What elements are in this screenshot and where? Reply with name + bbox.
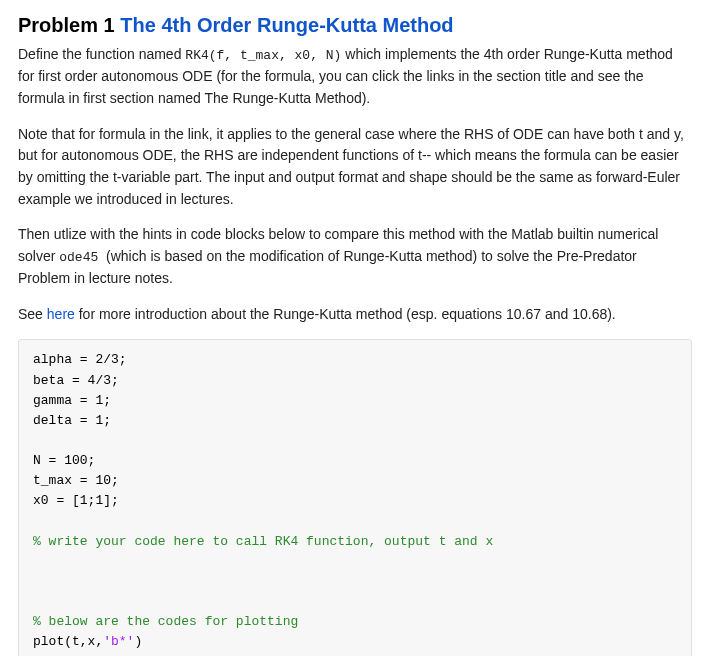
code-line: t_max = 10; — [33, 473, 119, 488]
paragraph-3: Then utlize with the hints in code block… — [18, 224, 692, 290]
para4-text-b: for more introduction about the Runge-Ku… — [75, 306, 616, 322]
code-line: alpha = 2/3; — [33, 352, 127, 367]
heading-prefix: Problem 1 — [18, 14, 120, 36]
code-line: x0 = [1;1]; — [33, 493, 119, 508]
code-block: alpha = 2/3; beta = 4/3; gamma = 1; delt… — [18, 339, 692, 656]
code-line: delta = 1; — [33, 413, 111, 428]
heading-link[interactable]: The 4th Order Runge-Kutta Method — [120, 14, 453, 36]
para1-code: RK4(f, t_max, x0, N) — [185, 48, 341, 63]
para3-code: ode45 — [59, 250, 106, 265]
paragraph-4: See here for more introduction about the… — [18, 304, 692, 326]
here-link[interactable]: here — [47, 306, 75, 322]
code-line: N = 100; — [33, 453, 95, 468]
code-comment: % write your code here to call RK4 funct… — [33, 534, 493, 549]
paragraph-2: Note that for formula in the link, it ap… — [18, 124, 692, 211]
para3-text-b: (which is based on the modification of R… — [18, 248, 637, 286]
code-line: gamma = 1; — [33, 393, 111, 408]
code-line: ) — [134, 634, 142, 649]
para4-text-a: See — [18, 306, 47, 322]
code-line: beta = 4/3; — [33, 373, 119, 388]
code-line: plot(t,x, — [33, 634, 103, 649]
paragraph-1: Define the function named RK4(f, t_max, … — [18, 44, 692, 110]
problem-heading: Problem 1 The 4th Order Runge-Kutta Meth… — [18, 12, 692, 38]
code-comment: % below are the codes for plotting — [33, 614, 298, 629]
para1-text-a: Define the function named — [18, 46, 185, 62]
code-string: 'b*' — [103, 634, 134, 649]
